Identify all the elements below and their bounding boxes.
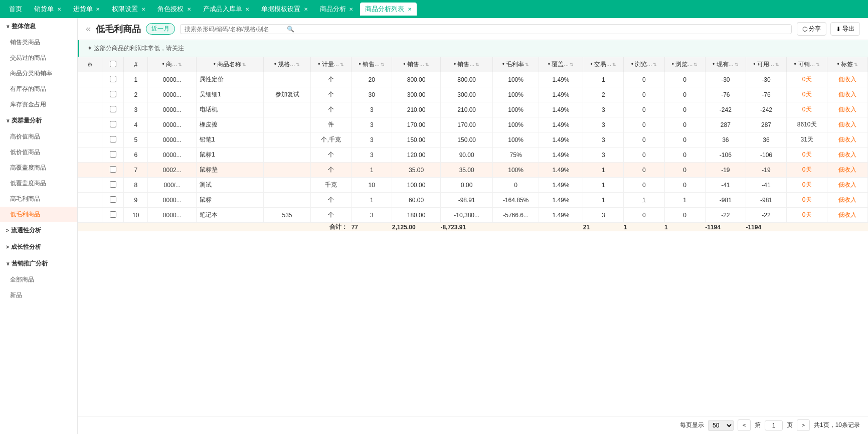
sidebar-group-growth[interactable]: > 成长性分析 [0,239,77,255]
sidebar-group-group-analysis[interactable]: ∨ 类群量分析 [0,112,77,129]
row-sale-total: 210.00 [440,102,493,117]
row-sale-qty: 3 [352,102,392,117]
col-sale-qty[interactable]: • 销售... ⇅ [352,57,392,72]
row-sale-total: 300.00 [440,87,493,102]
prev-page-btn[interactable]: ＜ [738,419,751,431]
col-settings[interactable]: ⚙ [78,57,102,72]
sidebar-item-sale-goods[interactable]: 销售类商品 [0,35,77,50]
row-spec [264,132,311,148]
row-checkbox[interactable] [102,193,124,208]
nav-analysis[interactable]: 商品分析 ✕ [315,3,359,16]
row-cover: 1.49% [539,193,583,208]
sidebar-item-traded-goods[interactable]: 交易过的商品 [0,50,77,66]
row-sale-total: 0.00 [440,178,493,193]
nav-product[interactable]: 产成品入库单 ✕ [198,3,255,16]
row-checkbox[interactable] [102,163,124,178]
row-cover: 1.49% [539,163,583,178]
row-checkbox[interactable] [102,102,124,117]
sidebar-item-fund[interactable]: 库存资金占用 [0,97,77,112]
col-tag[interactable]: • 标签 ⇅ [827,57,868,72]
row-num: 4 [124,117,148,132]
sidebar-item-high-coverage[interactable]: 高覆盖度商品 [0,160,77,176]
row-unit: 个 [310,87,351,102]
sidebar-item-low-value[interactable]: 低价值商品 [0,144,77,160]
search-box: 🔍 [180,24,792,34]
sidebar-collapse-btn[interactable]: « [86,24,91,34]
search-icon[interactable]: 🔍 [287,26,294,33]
sidebar-item-stock-goods[interactable]: 有库存的商品 [0,81,77,97]
col-code[interactable]: • 商... ⇅ [148,57,197,72]
row-stock: -22 [705,208,746,223]
row-checkbox[interactable] [102,132,124,148]
col-stock[interactable]: • 现有... ⇅ [705,57,746,72]
checkbox-all[interactable] [110,61,116,67]
sidebar-item-high-value[interactable]: 高价值商品 [0,129,77,144]
col-checkbox-all[interactable] [102,57,124,72]
row-unit: 千克 [310,178,351,193]
sidebar-item-new-goods[interactable]: 新品 [0,287,77,303]
col-unit[interactable]: • 计量... ⇅ [310,57,351,72]
col-profit-rate[interactable]: • 毛利率 ⇅ [493,57,539,72]
row-view2: 1 [664,193,705,208]
per-page-select[interactable]: 50 20 100 200 [708,420,734,431]
col-avail[interactable]: • 可用... ⇅ [746,57,786,72]
footer-view1: 1 [624,223,664,232]
sidebar-item-all-goods[interactable]: 全部商品 [0,272,77,287]
row-name: 属性定价 [196,72,263,87]
export-button[interactable]: ⬇ 导出 [830,22,860,36]
sidebar-item-low-coverage[interactable]: 低覆盖度商品 [0,176,77,191]
row-stock: 36 [705,132,746,148]
share-button[interactable]: ⬡ 分享 [797,22,826,36]
row-view1[interactable]: 1 [624,193,664,208]
table-row: 8 000/... 测试 千克 10 100.00 0.00 0 1.49% 1… [78,178,868,193]
col-trade[interactable]: • 交易... ⇅ [583,57,624,72]
col-view1[interactable]: • 浏览... ⇅ [624,57,664,72]
nav-home[interactable]: 首页 [4,3,27,16]
row-stock: 287 [705,117,746,132]
sidebar-item-category-rate[interactable]: 商品分类助销率 [0,66,77,81]
col-settings-cell [78,178,102,193]
nav-sale[interactable]: 销货单 ✕ [29,3,66,16]
sidebar-group-liquidity[interactable]: > 流通性分析 [0,222,77,239]
sidebar-item-high-margin[interactable]: 高毛利商品 [0,191,77,207]
col-sellable[interactable]: • 可销... ⇅ [787,57,827,72]
row-checkbox[interactable] [102,208,124,223]
table-row: 10 0000... 笔记本 535 个 3 180.00 -10,380...… [78,208,868,223]
search-input[interactable] [185,26,285,33]
row-unit: 个 [310,102,351,117]
row-cover: 1.49% [539,117,583,132]
sidebar-item-low-margin[interactable]: 低毛利商品 [0,207,77,222]
col-view2[interactable]: • 浏览... ⇅ [664,57,705,72]
row-unit: 个 [310,148,351,163]
row-spec [264,193,311,208]
col-settings-cell [78,72,102,87]
col-sale-price[interactable]: • 销售... ⇅ [392,57,441,72]
row-stock: -106 [705,148,746,163]
col-cover[interactable]: • 覆盖... ⇅ [539,57,583,72]
sidebar-group-overall[interactable]: ∨ 整体信息 [0,18,77,35]
row-checkbox[interactable] [102,178,124,193]
nav-template[interactable]: 单据模板设置 ✕ [256,3,313,16]
nav-role[interactable]: 角色授权 ✕ [152,3,196,16]
col-settings-cell [78,117,102,132]
col-spec[interactable]: • 规格... ⇅ [264,57,311,72]
top-nav: 首页 销货单 ✕ 进货单 ✕ 权限设置 ✕ 角色授权 ✕ 产成品入库单 ✕ 单据… [0,0,868,18]
filter-btn[interactable]: 近一月 [146,23,175,35]
export-icon: ⬇ [836,26,841,33]
nav-purchase[interactable]: 进货单 ✕ [68,3,105,16]
row-sale-total: 170.00 [440,117,493,132]
col-name[interactable]: • 商品名称 ⇅ [196,57,263,72]
nav-analysis-list[interactable]: 商品分析列表 ✕ [360,3,417,16]
row-code: 0002... [148,163,197,178]
next-page-btn[interactable]: ＞ [797,419,810,431]
sidebar-group-marketing[interactable]: ∨ 营销推广分析 [0,255,77,272]
page-input[interactable] [765,420,783,430]
row-checkbox[interactable] [102,87,124,102]
row-checkbox[interactable] [102,117,124,132]
row-stock: -242 [705,102,746,117]
row-checkbox[interactable] [102,148,124,163]
col-sale-total[interactable]: • 销售... ⇅ [440,57,493,72]
per-page-label: 每页显示 [680,421,704,429]
nav-permission[interactable]: 权限设置 ✕ [107,3,150,16]
row-checkbox[interactable] [102,72,124,87]
